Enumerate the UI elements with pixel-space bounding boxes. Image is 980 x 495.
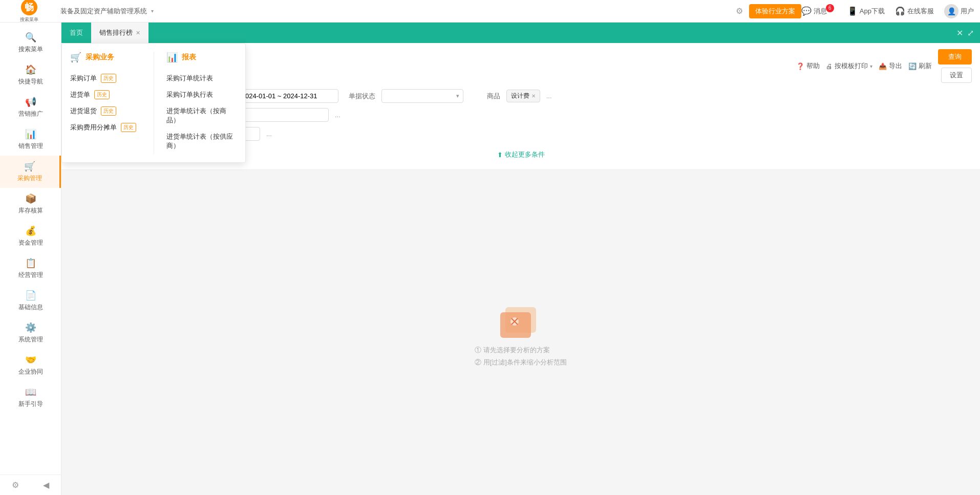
report-col-title: 📊 报表 bbox=[166, 52, 238, 63]
hist-badge-purchase-expense[interactable]: 历史 bbox=[121, 123, 136, 132]
money-icon: 💰 bbox=[25, 225, 36, 236]
sidebar-item-quick-nav[interactable]: 🏠 快捷导航 bbox=[0, 59, 61, 91]
hist-badge-purchase-order[interactable]: 历史 bbox=[101, 74, 116, 83]
logo-icon: 畅 bbox=[21, 0, 37, 15]
help-btn[interactable]: ❓ 帮助 bbox=[796, 61, 820, 71]
main-layout: 🔍 搜索菜单 🏠 快捷导航 📢 营销推广 📊 销售管理 🛒 采购管理 📦 库存核… bbox=[0, 23, 980, 495]
report-col-icon: 📊 bbox=[166, 52, 178, 63]
dropdown-item-purchase-order[interactable]: 采购订单 历史 bbox=[70, 70, 141, 87]
dropdown-item-receipt-stat-goods[interactable]: 进货单统计表（按商品） bbox=[166, 103, 238, 128]
toolbar-actions: ❓ 帮助 🖨 按模板打印 ▾ 📤 导出 🔄 刷新 bbox=[796, 49, 972, 83]
handshake-icon: 🤝 bbox=[25, 354, 36, 365]
print-dropdown-icon[interactable]: ▾ bbox=[870, 63, 872, 69]
sidebar-item-purchase[interactable]: 🛒 采购管理 bbox=[0, 156, 61, 188]
app-download-btn[interactable]: 📱 App下载 bbox=[847, 6, 885, 16]
sidebar-item-enterprise[interactable]: 🤝 企业协同 bbox=[0, 349, 61, 381]
clipboard-icon: 📋 bbox=[25, 257, 36, 269]
tab-bar: 首页 销售排行榜 ✕ ✕ ⤢ bbox=[61, 23, 980, 43]
search-icon: 🔍 bbox=[25, 32, 36, 43]
sidebar-item-basic-info[interactable]: 📄 基础信息 bbox=[0, 285, 61, 317]
user-btn[interactable]: 👤 用户 bbox=[944, 4, 974, 18]
hist-badge-goods-receipt[interactable]: 历史 bbox=[94, 90, 110, 99]
tab-close-icon[interactable]: ✕ bbox=[136, 30, 140, 36]
cart-icon: 🛒 bbox=[24, 161, 35, 172]
voucher-status-select[interactable] bbox=[381, 89, 463, 103]
system-title: 装备及固定资产辅助管理系统 ▾ bbox=[60, 7, 736, 16]
book-icon: 📖 bbox=[25, 386, 36, 398]
tab-sales-rank[interactable]: 销售排行榜 ✕ bbox=[91, 23, 148, 43]
empty-state: 请先选择要分析的方案 用[过滤]条件来缩小分析范围 bbox=[61, 170, 980, 495]
dropdown-item-receipt-stat-supplier[interactable]: 进货单统计表（按供应商） bbox=[166, 128, 238, 154]
goods-tag-close[interactable]: ✕ bbox=[531, 93, 536, 99]
btn-group-right: 查询 设置 bbox=[938, 49, 972, 83]
dropdown-divider bbox=[154, 52, 154, 154]
goods-label: 商品 bbox=[470, 92, 500, 101]
sidebar-item-inventory[interactable]: 📦 库存核算 bbox=[0, 188, 61, 220]
print-icon: 🖨 bbox=[826, 62, 833, 70]
tab-home[interactable]: 首页 bbox=[61, 23, 91, 43]
sidebar: 🔍 搜索菜单 🏠 快捷导航 📢 营销推广 📊 销售管理 🛒 采购管理 📦 库存核… bbox=[0, 23, 61, 495]
chart-icon: 📊 bbox=[25, 128, 36, 140]
topbar-settings-icon[interactable]: ⚙ bbox=[736, 6, 743, 16]
megaphone-icon: 📢 bbox=[25, 96, 36, 107]
date-input[interactable] bbox=[236, 89, 338, 103]
purchase-col-title: 🛒 采购业务 bbox=[70, 52, 141, 63]
hist-badge-goods-return[interactable]: 历史 bbox=[101, 106, 116, 116]
message-badge: 6 bbox=[826, 4, 834, 12]
sidebar-item-finance[interactable]: 💰 资金管理 bbox=[0, 220, 61, 252]
topbar-right: 💬 消息 6 📱 App下载 🎧 在线客服 👤 用户 bbox=[801, 4, 974, 18]
report-col: 📊 报表 采购订单统计表 采购订单执行表 进货单统计表（按商品） 进货单统计表（… bbox=[166, 52, 238, 154]
sidebar-collapse-btn[interactable]: ◀ bbox=[43, 480, 49, 490]
query-button[interactable]: 查询 bbox=[938, 49, 972, 64]
tab-expand-icon[interactable]: ⤢ bbox=[967, 28, 974, 38]
title-dropdown-icon[interactable]: ▾ bbox=[151, 8, 154, 14]
sidebar-bottom: ⚙ ◀ bbox=[0, 475, 61, 495]
goods-more-btn[interactable]: ... bbox=[546, 92, 552, 100]
mobile-icon: 📱 bbox=[847, 6, 858, 16]
goods-tag: 设计费 ✕ bbox=[506, 90, 540, 102]
collapse-up-icon: ⬆ bbox=[497, 151, 503, 159]
box-icon: 📦 bbox=[25, 193, 36, 204]
customer-more-btn[interactable]: ... bbox=[266, 130, 272, 138]
topbar: 畅 搜索菜单 装备及固定资产辅助管理系统 ▾ ⚙ 体验行业方案 💬 消息 6 📱… bbox=[0, 0, 980, 23]
industry-btn[interactable]: 体验行业方案 bbox=[749, 4, 801, 18]
salesperson-more-btn[interactable]: ... bbox=[335, 111, 340, 119]
voucher-status-label: 单据状态 bbox=[345, 92, 375, 101]
dropdown-item-order-exec[interactable]: 采购订单执行表 bbox=[166, 87, 238, 103]
sidebar-item-marketing[interactable]: 📢 营销推广 bbox=[0, 91, 61, 123]
purchase-dropdown: 🛒 采购业务 采购订单 历史 进货单 历史 进货退货 历史 采购费用分摊单 bbox=[61, 43, 246, 163]
sidebar-item-newbie[interactable]: 📖 新手引导 bbox=[0, 381, 61, 414]
dropdown-item-purchase-expense[interactable]: 采购费用分摊单 历史 bbox=[70, 119, 141, 136]
refresh-icon: 🔄 bbox=[908, 62, 917, 70]
dropdown-item-goods-return[interactable]: 进货退货 历史 bbox=[70, 103, 141, 119]
purchase-col-icon: 🛒 bbox=[70, 52, 81, 63]
dropdown-item-order-stat[interactable]: 采购订单统计表 bbox=[166, 70, 238, 87]
headset-icon: 🎧 bbox=[895, 6, 905, 16]
voucher-status-wrap: ▾ bbox=[381, 89, 463, 103]
tab-close-all-icon[interactable]: ✕ bbox=[956, 28, 963, 38]
home-icon: 🏠 bbox=[25, 64, 36, 75]
gear-icon: ⚙️ bbox=[25, 322, 36, 333]
export-btn[interactable]: 📤 导出 bbox=[879, 61, 902, 71]
sidebar-item-system[interactable]: ⚙️ 系统管理 bbox=[0, 317, 61, 349]
logo: 畅 搜索菜单 bbox=[6, 0, 52, 23]
sidebar-settings-btn[interactable]: ⚙ bbox=[12, 480, 19, 490]
dropdown-item-goods-receipt[interactable]: 进货单 历史 bbox=[70, 87, 141, 103]
online-service-btn[interactable]: 🎧 在线客服 bbox=[895, 6, 934, 16]
help-icon: ❓ bbox=[796, 62, 804, 70]
avatar: 👤 bbox=[944, 4, 958, 18]
sidebar-item-search[interactable]: 🔍 搜索菜单 bbox=[0, 27, 61, 59]
export-icon: 📤 bbox=[879, 62, 887, 70]
content-area: 首页 销售排行榜 ✕ ✕ ⤢ ❓ 帮助 bbox=[61, 23, 980, 495]
message-btn[interactable]: 💬 消息 6 bbox=[801, 6, 837, 16]
sidebar-item-operations[interactable]: 📋 经营管理 bbox=[0, 252, 61, 285]
purchase-col: 🛒 采购业务 采购订单 历史 进货单 历史 进货退货 历史 采购费用分摊单 bbox=[70, 52, 141, 154]
salesperson-input[interactable] bbox=[231, 108, 329, 122]
sidebar-item-sales[interactable]: 📊 销售管理 bbox=[0, 123, 61, 156]
print-btn[interactable]: 🖨 按模板打印 ▾ bbox=[826, 61, 872, 71]
document-icon: 📄 bbox=[25, 290, 36, 301]
settings-button[interactable]: 设置 bbox=[941, 68, 972, 83]
refresh-btn[interactable]: 🔄 刷新 bbox=[908, 61, 932, 71]
empty-illustration bbox=[495, 297, 546, 338]
empty-tips: 请先选择要分析的方案 用[过滤]条件来缩小分析范围 bbox=[475, 344, 567, 369]
